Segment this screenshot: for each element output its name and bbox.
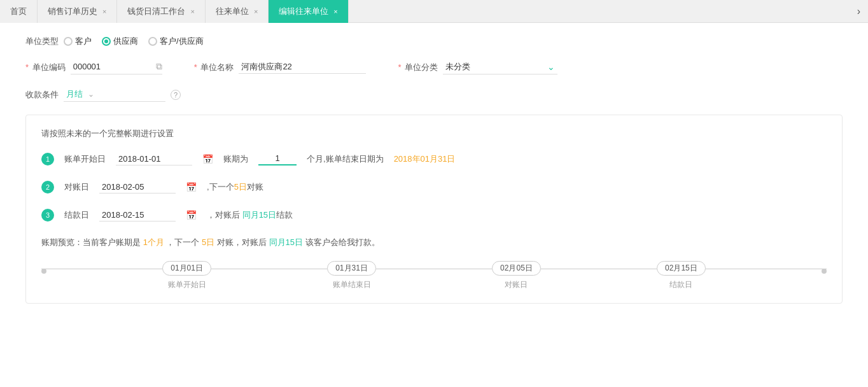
unit-name-label: * 单位名称	[194, 62, 234, 73]
calendar-icon[interactable]: 📅	[186, 182, 197, 192]
tab-cash-label: 钱货日清工作台	[127, 6, 185, 17]
tab-home-label: 首页	[10, 6, 27, 17]
close-icon[interactable]: ×	[254, 8, 258, 15]
step-3-row: 3 结款日 📅 ，对账后 同月15日结款	[41, 209, 827, 222]
chevron-down-icon: ⌄	[88, 90, 94, 99]
timeline-item-1: 01月31日 账单结束日	[327, 261, 376, 290]
radio-circle-both	[148, 37, 157, 46]
main-content: 单位类型 客户 供应商 客户/供应商	[0, 23, 868, 387]
preview-suffix: 该客户会给我打款。	[305, 237, 380, 247]
copy-icon[interactable]: ⧉	[156, 61, 162, 72]
radio-customer[interactable]: 客户	[64, 36, 92, 47]
step-2-desc: ,下一个5日对账	[207, 181, 263, 193]
tab-edit-partner-label: 编辑往来单位	[279, 6, 328, 17]
radio-supplier-label: 供应商	[113, 36, 138, 47]
preview-part3: 同月15日	[269, 237, 303, 247]
step-3-number: 3	[41, 209, 54, 222]
radio-both-label: 客户/供应商	[160, 36, 204, 47]
card-title: 请按照未来的一个完整帐期进行设置	[41, 128, 827, 139]
preview-sep1: ，下一个	[166, 237, 199, 247]
unit-code-input[interactable]	[71, 60, 153, 73]
unit-name-group: * 单位名称	[194, 61, 367, 74]
tab-partner[interactable]: 往来单位 ×	[206, 0, 269, 23]
settings-card: 请按照未来的一个完整帐期进行设置 1 账单开始日 📅 账期为 个月,账单结束日期…	[25, 115, 843, 304]
unit-code-label: * 单位编码	[25, 62, 66, 73]
tab-edit-partner[interactable]: 编辑往来单位 ×	[269, 0, 348, 23]
preview-part2: 5日	[202, 237, 214, 247]
tab-bar: 首页 销售订单历史 × 钱货日清工作台 × 往来单位 × 编辑往来单位 × ›	[0, 0, 868, 23]
radio-circle-customer	[64, 37, 73, 46]
step-1-date-input[interactable]	[116, 153, 192, 165]
preview-text: 账期预览：当前客户账期是 1个月 ，下一个 5日 对账，对账后 同月15日 该客…	[41, 237, 827, 248]
radio-both[interactable]: 客户/供应商	[148, 36, 204, 47]
tab-partner-label: 往来单位	[216, 6, 249, 17]
step-1-number: 1	[41, 153, 54, 165]
tab-sales-label: 销售订单历史	[48, 6, 97, 17]
radio-dot-supplier	[104, 39, 108, 43]
timeline-label-1: 账单结束日	[333, 279, 371, 290]
unit-type-label: 单位类型	[25, 36, 59, 47]
timeline-item-start-dot	[41, 266, 46, 274]
timeline-node-3: 02月15日	[657, 261, 706, 276]
tab-sales-history[interactable]: 销售订单历史 ×	[38, 0, 117, 23]
payment-terms-select[interactable]: 月结 ⌄	[64, 87, 165, 102]
help-icon[interactable]: ?	[171, 90, 181, 100]
timeline-label-3: 结款日	[669, 279, 692, 290]
radio-supplier[interactable]: 供应商	[102, 36, 138, 47]
step-3-desc: ，对账后 同月15日结款	[207, 209, 293, 221]
radio-customer-label: 客户	[75, 36, 92, 47]
step-2-number: 2	[41, 181, 54, 194]
close-icon[interactable]: ×	[190, 8, 194, 15]
unit-category-dropdown[interactable]: 未分类 ⌄	[443, 60, 557, 74]
unit-info-row: * 单位编码 ⧉ * 单位名称 * 单位分类 未分类 ⌄	[25, 60, 843, 74]
period-end-date: 2018年01月31日	[394, 153, 456, 165]
step-2-row: 2 对账日 📅 ,下一个5日对账	[41, 181, 827, 194]
timeline-item-0: 01月01日 账单开始日	[162, 261, 211, 290]
unit-category-label: * 单位分类	[398, 62, 438, 73]
tab-cash-work[interactable]: 钱货日清工作台 ×	[117, 0, 205, 23]
timeline-label-2: 对账日	[505, 279, 528, 290]
unit-type-row: 单位类型 客户 供应商 客户/供应商	[25, 36, 843, 47]
payment-terms-row: 收款条件 月结 ⌄ ?	[25, 87, 843, 102]
preview-prefix: 账期预览：当前客户账期是	[41, 237, 141, 247]
timeline-item-3: 02月15日 结款日	[657, 261, 706, 290]
preview-sep2: 对账，对账后	[217, 237, 267, 247]
tab-home[interactable]: 首页	[0, 0, 38, 23]
unit-category-value: 未分类	[445, 61, 547, 73]
close-icon[interactable]: ×	[333, 8, 337, 15]
tab-more-button[interactable]: ›	[850, 6, 868, 17]
timeline-node-0: 01月01日	[162, 261, 211, 276]
timeline-start-dot	[41, 269, 46, 274]
step-3-date-input[interactable]	[99, 209, 176, 222]
period-value-input[interactable]	[258, 152, 297, 165]
step-2-highlight: 5日	[234, 182, 247, 192]
timeline-label-0: 账单开始日	[168, 279, 206, 290]
calendar-icon[interactable]: 📅	[202, 154, 213, 164]
unit-category-group: * 单位分类 未分类 ⌄	[398, 60, 557, 74]
step-3-label: 结款日	[64, 209, 89, 221]
timeline-items: 01月01日 账单开始日 01月31日 账单结束日 02月05日 对账日 02月…	[41, 261, 827, 290]
timeline-item-end-dot	[822, 266, 827, 274]
unit-code-input-wrapper: ⧉	[71, 60, 162, 74]
step-2-label: 对账日	[64, 181, 89, 193]
timeline-node-1: 01月31日	[327, 261, 376, 276]
step-1-label: 账单开始日	[64, 153, 106, 165]
unit-type-radio-group: 客户 供应商 客户/供应商	[64, 36, 204, 47]
timeline-node-2: 02月05日	[492, 261, 541, 276]
close-icon[interactable]: ×	[102, 8, 106, 15]
calendar-icon[interactable]: 📅	[186, 210, 197, 220]
unit-type-group: 单位类型 客户 供应商 客户/供应商	[25, 36, 204, 47]
timeline: 01月01日 账单开始日 01月31日 账单结束日 02月05日 对账日 02月…	[41, 261, 827, 290]
unit-code-group: * 单位编码 ⧉	[25, 60, 162, 74]
chevron-down-icon: ⌄	[547, 62, 555, 72]
payment-terms-value: 月结	[66, 88, 83, 100]
step-1-row: 1 账单开始日 📅 账期为 个月,账单结束日期为 2018年01月31日	[41, 152, 827, 165]
step-2-date-input[interactable]	[99, 181, 176, 194]
preview-part1: 1个月	[143, 237, 164, 247]
step-1-period-label: 账期为	[223, 153, 248, 165]
step-3-highlight: 同月15日	[242, 210, 276, 220]
step-1-period-unit: 个月,账单结束日期为	[307, 153, 384, 165]
radio-circle-supplier	[102, 37, 111, 46]
timeline-item-2: 02月05日 对账日	[492, 261, 541, 290]
unit-name-input[interactable]	[239, 61, 366, 74]
